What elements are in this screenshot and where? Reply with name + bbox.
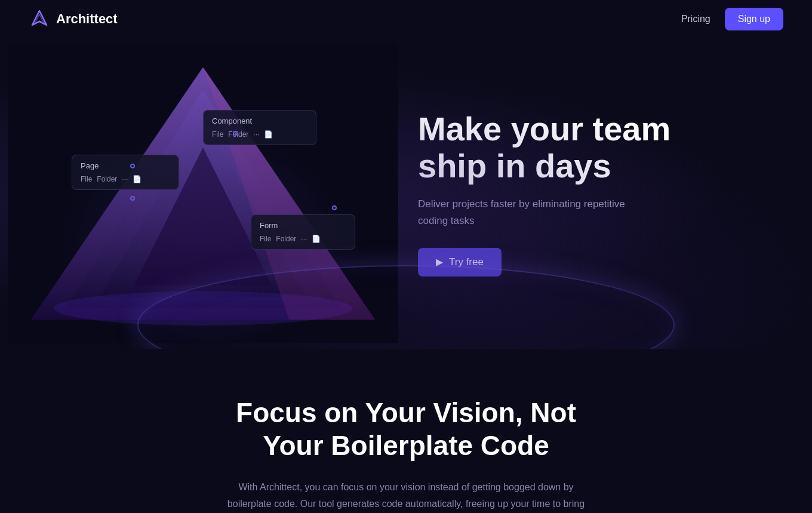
component-card-title: Component	[212, 116, 307, 125]
component-new-file[interactable]: 📄	[264, 130, 273, 139]
form-card-row: File Folder ··· 📄	[260, 235, 346, 243]
component-file[interactable]: File	[212, 130, 223, 139]
page-new-file[interactable]: 📄	[133, 175, 142, 183]
page-card-title: Page	[81, 161, 170, 170]
nav-right: Pricing Sign up	[681, 8, 783, 30]
form-file[interactable]: File	[260, 235, 271, 243]
focus-subtitle: With Archittect, you can focus on your v…	[227, 479, 585, 513]
page-dot2	[130, 196, 135, 201]
page-folder[interactable]: Folder	[97, 175, 117, 183]
component-folder[interactable]: Folder	[228, 130, 248, 139]
logo-icon	[29, 8, 50, 30]
form-more[interactable]: ···	[301, 235, 307, 243]
hero-content: Make your team ship in days Deliver proj…	[406, 87, 812, 300]
page-card-row: File Folder ··· 📄	[81, 175, 170, 183]
focus-section: Focus on Your Vision, Not Your Boilerpla…	[0, 349, 812, 513]
logo-area: Archittect	[29, 8, 118, 30]
focus-title-line1: Focus on Your Vision, Not	[236, 397, 576, 428]
try-free-label: Try free	[449, 256, 484, 268]
component-more[interactable]: ···	[253, 130, 259, 139]
hero-section: Component File Folder ··· 📄 Page File Fo…	[0, 38, 812, 349]
hero-illustration: Component File Folder ··· 📄 Page File Fo…	[0, 44, 406, 343]
page-more[interactable]: ···	[122, 175, 128, 183]
component-card: Component File Folder ··· 📄	[203, 110, 316, 145]
try-free-icon: ▶	[436, 256, 443, 268]
try-free-button[interactable]: ▶ Try free	[418, 248, 502, 277]
hero-subtitle: Deliver projects faster by eliminating r…	[418, 196, 645, 228]
hero-title-line1: Make your team	[418, 110, 670, 148]
focus-title-line2: Your Boilerplate Code	[263, 430, 549, 461]
focus-title: Focus on Your Vision, Not Your Boilerpla…	[119, 397, 693, 462]
pricing-link[interactable]: Pricing	[681, 14, 710, 24]
page-card: Page File Folder ··· 📄	[72, 155, 179, 190]
component-card-row: File Folder ··· 📄	[212, 130, 307, 139]
navbar: Archittect Pricing Sign up	[0, 0, 812, 38]
mountain-svg	[0, 44, 406, 343]
brand-name: Archittect	[56, 11, 118, 27]
signup-button[interactable]: Sign up	[725, 8, 783, 30]
form-folder[interactable]: Folder	[276, 235, 296, 243]
page-file[interactable]: File	[81, 175, 92, 183]
component-dot	[233, 131, 238, 136]
form-new-file[interactable]: 📄	[312, 235, 321, 243]
form-dot	[332, 205, 337, 210]
form-card: Form File Folder ··· 📄	[251, 214, 355, 250]
hero-title: Make your team ship in days	[418, 110, 776, 184]
page-dot	[130, 164, 135, 168]
form-card-title: Form	[260, 221, 346, 230]
hero-title-line2: ship in days	[418, 147, 611, 185]
